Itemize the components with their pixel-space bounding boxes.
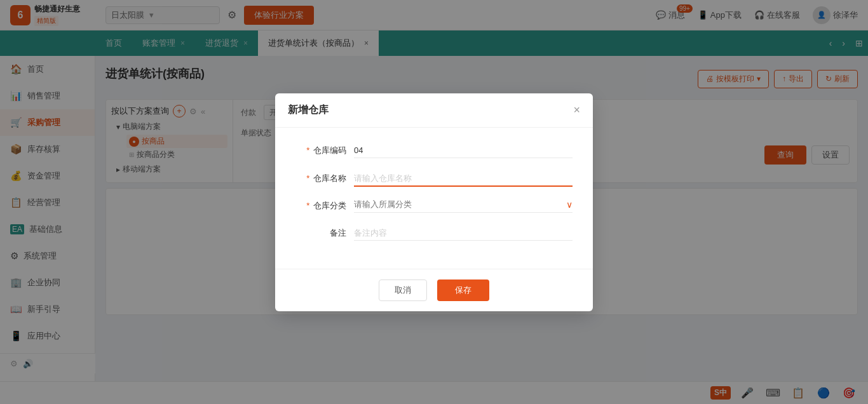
name-label: * 仓库名称 (295, 173, 346, 184)
category-input[interactable] (354, 199, 566, 209)
form-row-code: * 仓库编码 (295, 143, 573, 158)
save-button[interactable]: 保存 (437, 279, 489, 301)
modal-footer: 取消 保存 (275, 269, 593, 311)
category-dropdown-icon: ∨ (566, 199, 573, 210)
cancel-button[interactable]: 取消 (379, 279, 427, 301)
add-warehouse-modal: 新增仓库 × * 仓库编码 * 仓库名称 (275, 93, 593, 311)
code-label: * 仓库编码 (295, 145, 346, 156)
modal-overlay[interactable]: 新增仓库 × * 仓库编码 * 仓库名称 (0, 0, 868, 404)
code-input[interactable] (354, 143, 573, 158)
category-label: * 仓库分类 (295, 200, 346, 212)
remark-label: 备注 (295, 227, 346, 239)
modal-close-button[interactable]: × (573, 104, 580, 117)
form-row-name: * 仓库名称 (295, 171, 573, 187)
modal-title: 新增仓库 (288, 104, 329, 117)
modal-body: * 仓库编码 * 仓库名称 * 仓库分类 (275, 128, 593, 269)
form-row-category: * 仓库分类 ∨ (295, 199, 573, 213)
remark-input[interactable] (354, 226, 573, 241)
form-row-remark: 备注 (295, 226, 573, 241)
modal-header: 新增仓库 × (275, 93, 593, 128)
name-input[interactable] (354, 171, 573, 187)
category-select-wrapper: ∨ (354, 199, 573, 213)
